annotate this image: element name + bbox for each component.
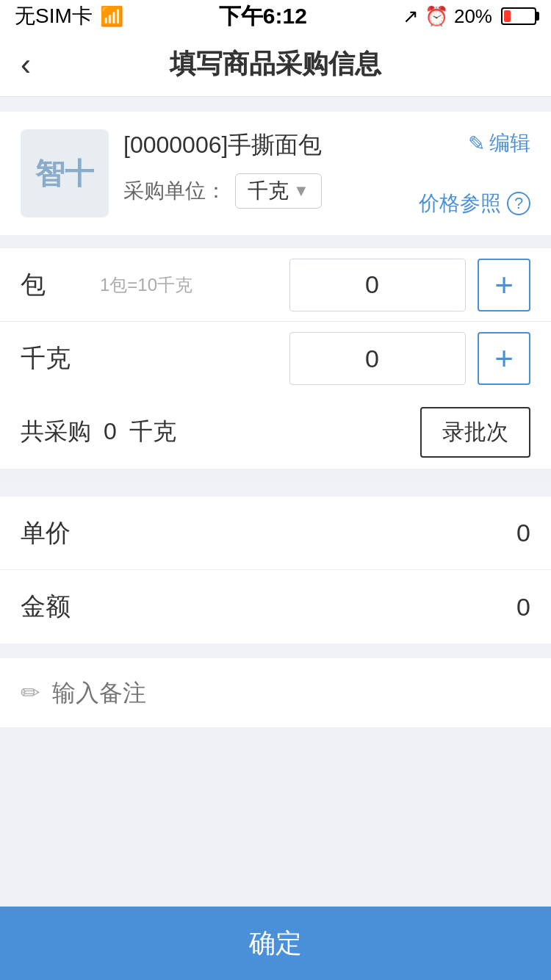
page-title: 填写商品采购信息	[170, 46, 381, 82]
edit-icon: ✎	[468, 131, 485, 156]
product-card: 智十 [0000006]手撕面包 采购单位： 千克 ▼ ✎ 编辑 价格参照 ?	[0, 112, 551, 235]
price-ref-label: 价格参照	[419, 190, 501, 217]
carrier-text: 无SIM卡	[15, 2, 93, 30]
bag-plus-button[interactable]: +	[478, 259, 530, 311]
input-section: 包 1包=10千克 + 千克 +	[0, 248, 551, 395]
status-bar: 无SIM卡 📶 下午6:12 ↗ ⏰ 20%	[0, 0, 551, 32]
kg-label: 千克	[21, 342, 94, 375]
status-right: ↗ ⏰ 20%	[403, 5, 536, 28]
amount-row: 金额 0	[0, 570, 551, 644]
pencil-icon: ✏	[21, 679, 40, 707]
amount-label: 金额	[21, 590, 71, 624]
unit-value: 千克	[248, 177, 289, 205]
total-amount: 0	[104, 418, 117, 444]
unit-price-label: 单价	[21, 516, 71, 550]
unit-price-value: 0	[516, 519, 530, 547]
remark-input[interactable]	[52, 680, 530, 707]
help-icon: ?	[507, 192, 530, 215]
bag-label: 包	[21, 268, 94, 302]
battery-fill	[504, 10, 511, 22]
section-divider-2	[0, 469, 551, 482]
remark-section: ✏	[0, 658, 551, 727]
bag-input-wrapper: +	[192, 259, 530, 311]
bag-input-row: 包 1包=10千克 +	[0, 248, 551, 322]
unit-label: 采购单位：	[123, 177, 226, 205]
confirm-button[interactable]: 确定	[0, 907, 551, 980]
record-batch-button[interactable]: 录批次	[420, 407, 530, 458]
unit-select[interactable]: 千克 ▼	[235, 173, 322, 209]
battery-percent: 20%	[454, 5, 492, 28]
total-text: 共采购 0 千克	[21, 416, 176, 448]
battery-icon	[501, 7, 536, 25]
time-display: 下午6:12	[219, 1, 307, 32]
product-image: 智十	[21, 129, 109, 217]
section-divider-1	[0, 235, 551, 248]
bag-sublabel: 1包=10千克	[100, 273, 192, 297]
status-left: 无SIM卡 📶	[15, 2, 123, 30]
alarm-icon: ⏰	[425, 5, 448, 28]
product-logo: 智十	[35, 154, 94, 194]
kg-plus-button[interactable]: +	[478, 332, 530, 385]
chevron-down-icon: ▼	[293, 181, 309, 201]
wifi-icon: 📶	[100, 5, 123, 28]
total-unit: 千克	[129, 418, 176, 444]
total-row: 共采购 0 千克 录批次	[0, 395, 551, 469]
kg-input[interactable]	[289, 332, 466, 385]
kg-input-wrapper: +	[94, 332, 530, 385]
edit-label: 编辑	[489, 129, 530, 157]
unit-price-row: 单价 0	[0, 497, 551, 570]
kg-input-row: 千克 +	[0, 322, 551, 395]
total-prefix: 共采购	[21, 418, 91, 444]
price-section: 单价 0 金额 0	[0, 497, 551, 644]
edit-button[interactable]: ✎ 编辑	[468, 129, 530, 157]
location-icon: ↗	[403, 5, 419, 28]
nav-bar: ‹ 填写商品采购信息	[0, 32, 551, 97]
bag-input[interactable]	[289, 259, 466, 311]
price-reference-button[interactable]: 价格参照 ?	[419, 190, 530, 217]
back-button[interactable]: ‹	[21, 47, 31, 82]
amount-value: 0	[516, 593, 530, 621]
